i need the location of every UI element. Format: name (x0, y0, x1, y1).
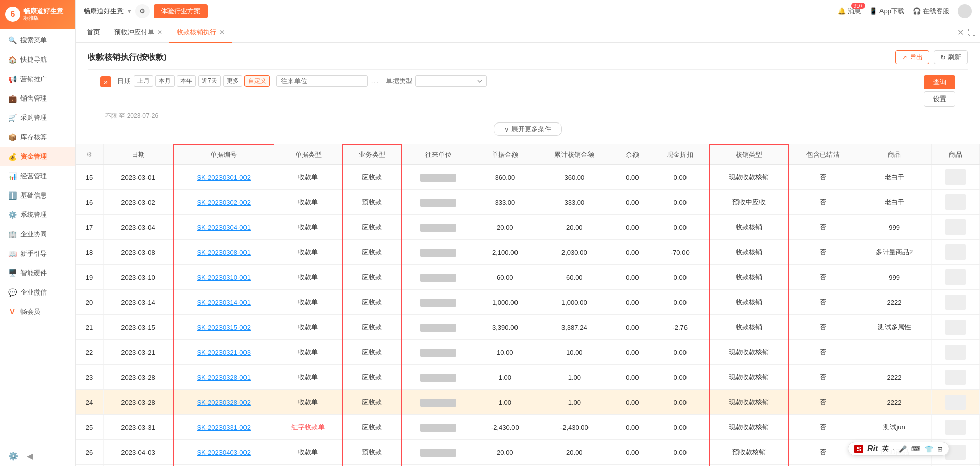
row-product: 2222 (857, 365, 932, 390)
ime-lang-icon[interactable]: 英 (882, 444, 889, 453)
filter-expand-button[interactable]: » (100, 76, 111, 87)
row-bill-type: 收款单 (274, 190, 342, 215)
table-row: 24 2023-03-28 SK-20230328-002 收款单 应收款 ██… (76, 390, 980, 415)
row-num: 21 (76, 315, 103, 340)
sidebar-item-marketing[interactable]: 📢营销推广 (0, 69, 75, 89)
this-month-btn[interactable]: 本月 (155, 75, 175, 87)
row-discount: 0.00 (651, 340, 709, 365)
last-month-btn[interactable]: 上月 (134, 75, 153, 87)
tab-prepayment[interactable]: 预收冲应付单 ✕ (107, 22, 169, 43)
sidebar-item-quick-nav[interactable]: 🏠快捷导航 (0, 50, 75, 69)
bill-no-link[interactable]: SK-20230328-001 (197, 374, 251, 381)
bill-no-link[interactable]: SK-20230328-002 (197, 399, 251, 406)
messages-btn[interactable]: 🔔 消息 99+ (838, 7, 861, 16)
row-included: 否 (789, 190, 857, 215)
row-bill-no: SK-20230331-002 (173, 415, 274, 440)
counterparty-input[interactable] (276, 75, 368, 87)
bill-no-link[interactable]: SK-20230314-001 (197, 299, 251, 306)
logo-subtitle: 标推版 (23, 15, 63, 21)
tab-home-label: 首页 (87, 28, 100, 37)
sidebar-item-inventory[interactable]: 📦库存核算 (0, 128, 75, 147)
row-date: 2023-03-21 (103, 340, 173, 365)
app-download-btn[interactable]: 📱 App下载 (869, 7, 904, 16)
row-biz-type: 预收款 (342, 440, 401, 465)
row-num: 26 (76, 440, 103, 465)
row-biz-type: 应收款 (342, 390, 401, 415)
date-buttons: 上月 本月 本年 近7天 更多 自定义 (134, 75, 270, 87)
more-btn[interactable]: 更多 (223, 75, 242, 87)
this-year-btn[interactable]: 本年 (177, 75, 196, 87)
tabbar-expand-icon[interactable]: ⛶ (968, 28, 976, 37)
sidebar-item-operation[interactable]: 📊经营管理 (0, 166, 75, 186)
custom-btn[interactable]: 自定义 (244, 75, 270, 87)
row-product2 (932, 165, 980, 190)
row-amount: 20.00 (475, 215, 535, 240)
sidebar-item-guide[interactable]: 📖新手引导 (0, 244, 75, 263)
ime-skin-icon[interactable]: 👕 (925, 445, 933, 453)
row-balance: 0.00 (614, 165, 651, 190)
online-service-btn[interactable]: 🎧 在线客服 (913, 7, 949, 16)
row-date: 2023-03-28 (103, 365, 173, 390)
tab-verify-close[interactable]: ✕ (219, 29, 225, 36)
export-button[interactable]: ↗ 导出 (895, 50, 929, 64)
ime-grid-icon[interactable]: ⊞ (937, 445, 943, 453)
row-num: 25 (76, 415, 103, 440)
row-verify-type: 现款收款核销 (709, 390, 789, 415)
row-acc-amount: 2,030.00 (535, 240, 614, 265)
date-filter-group: 日期 上月 本月 本年 近7天 更多 自定义 (117, 75, 270, 87)
bill-no-link[interactable]: SK-20230331-002 (197, 424, 251, 431)
tab-home[interactable]: 首页 (80, 22, 107, 43)
bill-type-filter-group: 单据类型 (386, 75, 487, 87)
row-verify-type: 现款收款核销 (709, 165, 789, 190)
bill-no-link[interactable]: SK-20230304-001 (197, 224, 251, 231)
last7-btn[interactable]: 近7天 (198, 75, 221, 87)
settings-button[interactable]: 设置 (924, 91, 955, 107)
table-settings-icon[interactable]: ⚙ (86, 151, 92, 158)
refresh-button[interactable]: ↻ 刷新 (934, 50, 968, 64)
logo-icon: 6 (5, 7, 20, 22)
solution-button[interactable]: 体验行业方案 (154, 4, 208, 18)
tab-prepayment-close[interactable]: ✕ (157, 29, 162, 36)
row-verify-type: 收款核销 (709, 265, 789, 290)
row-counterparty: ████ (401, 340, 475, 365)
query-button[interactable]: 查询 (924, 75, 955, 89)
sidebar-item-enterprise[interactable]: 🏢企业协同 (0, 225, 75, 244)
user-avatar[interactable] (958, 4, 972, 18)
sidebar-item-wechat[interactable]: 💬企业微信 (0, 283, 75, 302)
topbar-gear-btn[interactable]: ⚙ (135, 4, 150, 18)
tabbar-close-icon[interactable]: ✕ (957, 28, 964, 37)
sidebar-item-sales[interactable]: 💼销售管理 (0, 89, 75, 108)
sidebar-item-finance[interactable]: 💰资金管理 (0, 147, 75, 166)
sidebar-item-basic[interactable]: ℹ️基础信息 (0, 186, 75, 205)
table-row: 21 2023-03-15 SK-20230315-002 收款单 应收款 ██… (76, 315, 980, 340)
sidebar-label-operation: 经营管理 (20, 171, 47, 181)
ime-keyboard-icon[interactable]: ⌨ (911, 445, 921, 453)
table-row: 19 2023-03-10 SK-20230310-001 收款单 应收款 ██… (76, 265, 980, 290)
row-biz-type: 预收款 (342, 190, 401, 215)
row-date: 2023-03-15 (103, 315, 173, 340)
marketing-icon: 📢 (8, 75, 16, 83)
topbar-dropdown-icon[interactable]: ▾ (128, 7, 131, 15)
bill-no-link[interactable]: SK-20230308-001 (197, 249, 251, 256)
row-discount: 0.00 (651, 165, 709, 190)
settings-bottom-icon[interactable]: ⚙️ (8, 451, 18, 461)
sidebar-item-member[interactable]: V畅会员 (0, 302, 75, 322)
bill-no-link[interactable]: SK-20230403-002 (197, 449, 251, 456)
bill-no-link[interactable]: SK-20230302-002 (197, 199, 251, 206)
bill-no-link[interactable]: SK-20230310-001 (197, 274, 251, 281)
sidebar-item-hardware[interactable]: 🖥️智能硬件 (0, 263, 75, 283)
expand-more-button[interactable]: ∨ 展开更多条件 (494, 122, 562, 136)
sidebar-item-search[interactable]: 🔍搜索菜单 (0, 31, 75, 50)
table-area[interactable]: ⚙ 日期 单据编号 单据类型 业务类型 往来单位 单据金额 累计核销金额 余额 … (76, 144, 980, 466)
bill-no-link[interactable]: SK-20230301-002 (197, 174, 251, 181)
row-num: 19 (76, 265, 103, 290)
th-settings[interactable]: ⚙ (76, 144, 103, 165)
tab-verify[interactable]: 收款核销执行 ✕ (169, 22, 232, 43)
bill-no-link[interactable]: SK-20230315-002 (197, 324, 251, 331)
sidebar-item-system[interactable]: ⚙️系统管理 (0, 205, 75, 225)
bill-no-link[interactable]: SK-20230321-003 (197, 349, 251, 356)
sidebar-item-purchase[interactable]: 🛒采购管理 (0, 108, 75, 128)
collapse-icon[interactable]: ◀ (27, 451, 33, 461)
ime-mic-icon[interactable]: 🎤 (899, 445, 907, 453)
bill-type-select[interactable] (415, 75, 487, 87)
